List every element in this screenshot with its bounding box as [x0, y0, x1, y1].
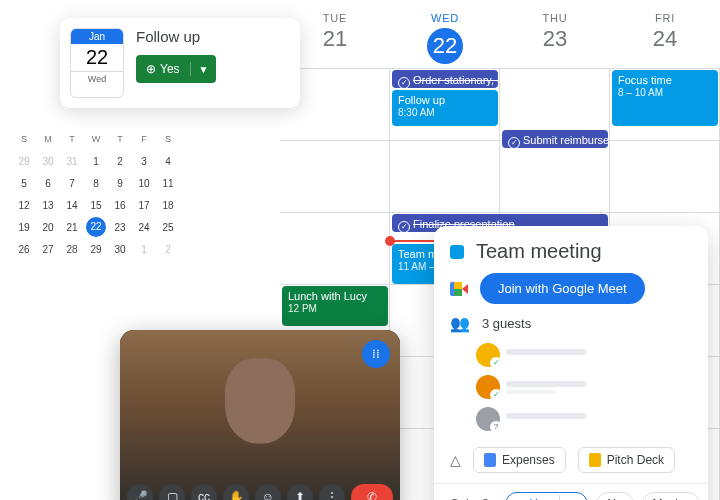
week-header: TUE 21 WED 22 THU 23 FRI 24 — [280, 12, 720, 64]
end-call-button[interactable]: ✆ — [351, 484, 393, 500]
attachment-chip[interactable]: Expenses — [473, 447, 566, 473]
attachments-icon: △ — [450, 452, 461, 468]
checkmark-icon: ✓ — [398, 221, 410, 232]
event-color-icon — [450, 245, 464, 259]
event-submit-reimbursement[interactable]: ✓Submit reimbursem — [502, 130, 608, 148]
join-meet-button[interactable]: Join with Google Meet — [480, 273, 645, 304]
event-title: Team meeting — [476, 240, 602, 263]
event-lunch[interactable]: Lunch with Lucy 12 PM — [282, 286, 388, 326]
reactions-button[interactable]: ☺ — [255, 484, 281, 500]
day-col-wed[interactable]: WED 22 — [390, 12, 500, 64]
chevron-down-icon: ▼ — [559, 495, 575, 500]
guests-count: 3 guests — [482, 316, 531, 331]
guests-icon: 👥 — [450, 314, 470, 333]
video-call-window[interactable]: ⁞⁞ 🎤 ▢ cc ✋ ☺ ⬆ ⋮ ✆ — [120, 330, 400, 500]
event-detail-popup: Team meeting Join with Google Meet 👥 3 g… — [434, 226, 708, 500]
guest-avatar[interactable]: ✓ — [476, 375, 500, 399]
guest-avatar[interactable]: ? — [476, 407, 500, 431]
card-title: Follow up — [136, 28, 216, 45]
guest-avatar[interactable]: ✓ — [476, 343, 500, 367]
speaking-indicator-icon: ⁞⁞ — [362, 340, 390, 368]
rsvp-yes-button[interactable]: ⊕Yes ▼ — [136, 55, 216, 83]
camera-button[interactable]: ▢ — [159, 484, 185, 500]
rsvp-maybe-button[interactable]: Maybe — [642, 492, 700, 500]
event-follow-up[interactable]: Follow up 8:30 AM — [392, 90, 498, 126]
rsvp-yes-button[interactable]: ⊕Yes▼ — [505, 492, 589, 500]
mini-calendar[interactable]: SMTWTFS 2930311234 567891011 12131415161… — [12, 128, 180, 260]
participant-video — [120, 330, 400, 500]
mic-button[interactable]: 🎤 — [127, 484, 153, 500]
event-quick-card[interactable]: Jan 22 Wed Follow up ⊕Yes ▼ — [60, 18, 300, 108]
docs-icon — [484, 453, 496, 467]
event-focus-time[interactable]: Focus time 8 – 10 AM — [612, 70, 718, 126]
event-order-stationary[interactable]: ✓Order stationary, 8 — [392, 70, 498, 88]
present-button[interactable]: ⬆ — [287, 484, 313, 500]
date-chip: Jan 22 Wed — [70, 28, 124, 98]
day-col-thu[interactable]: THU 23 — [500, 12, 610, 64]
more-button[interactable]: ⋮ — [319, 484, 345, 500]
checkmark-icon: ✓ — [508, 137, 520, 148]
chevron-down-icon[interactable]: ▼ — [191, 64, 217, 75]
location-icon: ⊕ — [146, 62, 156, 76]
google-meet-icon — [450, 280, 468, 298]
rsvp-no-button[interactable]: No — [596, 492, 633, 500]
day-col-fri[interactable]: FRI 24 — [610, 12, 720, 64]
captions-button[interactable]: cc — [191, 484, 217, 500]
call-controls: 🎤 ▢ cc ✋ ☺ ⬆ ⋮ ✆ — [120, 484, 400, 500]
raise-hand-button[interactable]: ✋ — [223, 484, 249, 500]
slides-icon — [589, 453, 601, 467]
attachment-chip[interactable]: Pitch Deck — [578, 447, 675, 473]
checkmark-icon: ✓ — [398, 77, 410, 88]
